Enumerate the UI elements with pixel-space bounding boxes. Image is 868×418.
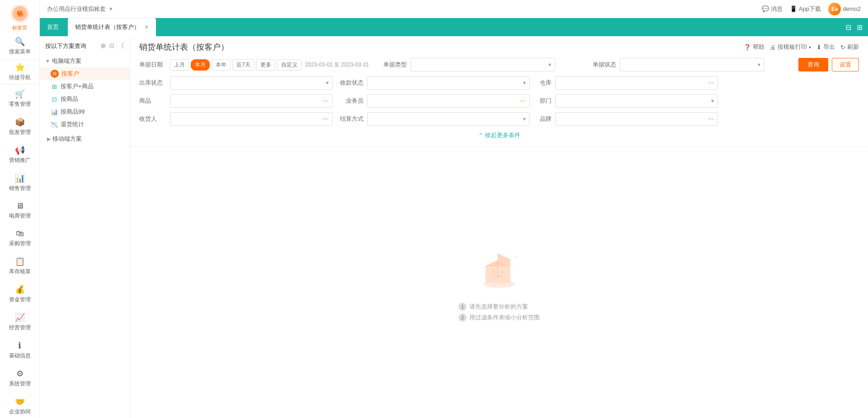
consignee-ellipsis[interactable]: ··· <box>323 115 329 123</box>
collapse-bar[interactable]: ⌃ 收起更多条件 <box>139 128 859 143</box>
sidebar-icon-7: 💰 <box>15 285 25 294</box>
sidebar-item-10[interactable]: ⚙系统管理 <box>9 364 31 392</box>
scheme-item-rs-label: 退货统计 <box>61 120 84 128</box>
sidebar-item-7[interactable]: 💰资金管理 <box>9 280 31 308</box>
scheme-item-return-stat[interactable]: 📉 退货统计 <box>40 118 130 131</box>
svg-point-12 <box>492 271 495 273</box>
date-last-7-days-btn[interactable]: 近7天 <box>232 59 255 71</box>
scheme-group-desktop-items: 按 按客户 ⊞ 按客户+商品 ⊡ 按商品 📊 按商品99 <box>40 67 130 131</box>
order-status-label: 单据状态 <box>589 61 616 69</box>
chevron-right-icon: ▶ <box>47 136 51 142</box>
quick-nav-item[interactable]: ⭐ 快捷导航 <box>0 60 39 85</box>
sidebar-label-10: 系统管理 <box>9 380 31 388</box>
warehouse-label: 仓库 <box>533 79 552 87</box>
scheme-item-by-customer[interactable]: 按 按客户 <box>40 67 130 80</box>
user-avatar-text: Ea <box>831 6 838 12</box>
tab-close-button[interactable]: ✕ <box>144 24 149 30</box>
maximize-button[interactable]: ⊞ <box>857 23 863 32</box>
scheme-item-goods-label: 按商品 <box>61 95 78 103</box>
collapse-up-icon: ⌃ <box>478 132 483 139</box>
chevron-down-icon: ▼ <box>45 58 50 64</box>
window-controls: ⊟ ⊞ <box>845 23 868 32</box>
goods-ellipsis[interactable]: ··· <box>323 97 329 105</box>
salesperson-input[interactable]: ··· <box>367 94 530 108</box>
content-area: 按以下方案查询 ⊕ ⊙ 《 ▼ 电脑端方案 按 按客户 <box>40 36 868 418</box>
page-actions: ❓ 帮助 🖨 按模板打印 ▾ ⬇ 导出 ↻ <box>744 43 859 51</box>
sidebar-icon-8: 📈 <box>15 313 25 323</box>
order-status-select[interactable]: ▾ <box>620 58 764 71</box>
tab-sales-stat[interactable]: 销货单统计表（按客户） ✕ <box>68 18 156 36</box>
sidebar-item-6[interactable]: 📋库存核算 <box>9 252 31 280</box>
sidebar-item-1[interactable]: 📦批发管理 <box>9 113 31 141</box>
help-button[interactable]: ❓ 帮助 <box>744 43 764 51</box>
export-button[interactable]: ⬇ 导出 <box>816 43 835 51</box>
sidebar-item-4[interactable]: 🖥电商管理 <box>9 197 31 224</box>
scheme-item-goods[interactable]: ⊡ 按商品 <box>40 93 130 105</box>
search-icon: 🔍 <box>15 37 25 47</box>
print-dropdown-icon[interactable]: ▾ <box>809 45 811 50</box>
scheme-collapse-button[interactable]: 《 <box>118 42 124 50</box>
sidebar-item-3[interactable]: 📊销售管理 <box>9 169 31 197</box>
empty-illustration <box>472 241 526 295</box>
department-select[interactable]: ▾ <box>555 94 718 108</box>
hint-2-num: 2 <box>458 314 467 322</box>
scheme-item-g99-label: 按商品99 <box>61 108 85 116</box>
sidebar-item-5[interactable]: 🛍采购管理 <box>9 224 31 252</box>
scheme-group-desktop-label: 电脑端方案 <box>52 57 81 65</box>
date-this-year-btn[interactable]: 本年 <box>212 59 231 71</box>
svg-text:畅: 畅 <box>17 10 23 17</box>
goods-input[interactable]: ··· <box>170 94 333 108</box>
minimize-button[interactable]: ⊟ <box>845 23 851 32</box>
refresh-button[interactable]: ↻ 刷新 <box>840 43 859 51</box>
settlement-select[interactable]: ▾ <box>367 112 530 126</box>
sidebar-item-11[interactable]: 🤝企业协同 <box>9 392 31 418</box>
scheme-item-goods99[interactable]: 📊 按商品99 <box>40 105 130 118</box>
scheme-item-customer-label: 按客户 <box>61 70 79 78</box>
warehouse-ellipsis[interactable]: ··· <box>708 79 714 87</box>
brand-input[interactable]: ··· <box>555 112 718 126</box>
quick-nav-icon: ⭐ <box>15 62 25 72</box>
department-chevron: ▾ <box>711 98 714 104</box>
query-button[interactable]: 查询 <box>798 58 828 71</box>
message-button[interactable]: 💬 消息 <box>762 5 783 13</box>
scheme-group-mobile-header[interactable]: ▶ 移动端方案 <box>40 133 130 145</box>
help-icon: ❓ <box>744 44 751 51</box>
sidebar-item-8[interactable]: 📈经营管理 <box>9 308 31 336</box>
date-filter-buttons: 上月 本月 本年 近7天 更多 自定义 <box>170 59 302 71</box>
scheme-item-customer-goods[interactable]: ⊞ 按客户+商品 <box>40 80 130 93</box>
settings-button[interactable]: 设置 <box>832 58 859 71</box>
order-type-select[interactable]: ▾ <box>410 58 555 71</box>
user-menu-button[interactable]: Ea demo2 <box>828 3 861 15</box>
brand-ellipsis[interactable]: ··· <box>708 115 714 123</box>
refresh-icon: ↻ <box>840 44 845 51</box>
search-menu-item[interactable]: 🔍 零售管理 搜索菜单 <box>0 33 39 60</box>
date-more-btn[interactable]: 更多 <box>256 59 275 71</box>
print-button[interactable]: 🖨 按模板打印 ▾ <box>770 43 811 51</box>
app-download-button[interactable]: 📱 App下载 <box>790 5 821 13</box>
sidebar-item-2[interactable]: 📢营销推广 <box>9 141 31 169</box>
salesperson-label: 业务员 <box>336 97 363 105</box>
empty-state: 1 请先选择要分析的方案 2 用过滤条件来缩小分析范围 <box>130 147 868 418</box>
consignee-input[interactable]: ··· <box>170 112 333 126</box>
download-icon: 📱 <box>790 5 797 12</box>
salesperson-ellipsis[interactable]: ··· <box>520 97 526 105</box>
industry-dropdown-icon[interactable]: ▾ <box>109 5 113 12</box>
print-icon: 🖨 <box>770 44 776 51</box>
out-status-select[interactable]: ▾ <box>170 76 333 90</box>
tab-home[interactable]: 首页 <box>40 18 66 36</box>
date-last-month-btn[interactable]: 上月 <box>170 59 189 71</box>
sidebar-item-9[interactable]: ℹ基础信息 <box>9 336 31 364</box>
payment-status-select[interactable]: ▾ <box>367 76 530 90</box>
warehouse-input[interactable]: ··· <box>555 76 718 90</box>
date-custom-btn[interactable]: 自定义 <box>277 59 302 71</box>
collapse-label: 收起更多条件 <box>485 131 520 139</box>
tab-home-label: 首页 <box>47 23 59 31</box>
scheme-add-button[interactable]: ⊕ <box>100 42 106 50</box>
svg-point-9 <box>514 256 516 258</box>
page-title: 销货单统计表（按客户） <box>139 42 229 52</box>
action-buttons: 查询 设置 <box>798 58 859 71</box>
scheme-settings-button[interactable]: ⊙ <box>109 42 115 50</box>
sidebar-item-0[interactable]: 🛒零售管理 <box>9 85 31 113</box>
date-this-month-btn[interactable]: 本月 <box>191 59 210 71</box>
scheme-group-desktop-header[interactable]: ▼ 电脑端方案 <box>40 55 130 67</box>
